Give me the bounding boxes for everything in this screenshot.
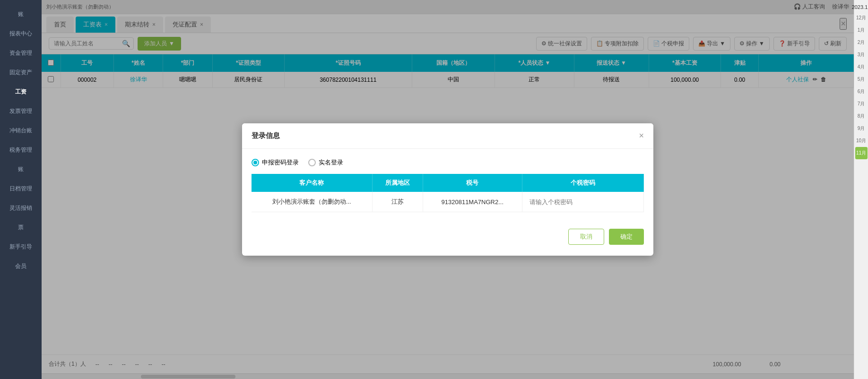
month-10[interactable]: 10月 bbox=[855, 135, 868, 147]
sidebar-item-fixed-assets[interactable]: 固定资产 bbox=[0, 63, 42, 82]
login-type-radio-group: 申报密码登录 实名登录 bbox=[252, 158, 644, 167]
radio-password-login[interactable]: 申报密码登录 bbox=[252, 158, 299, 167]
sidebar-item-invoice[interactable]: 发票管理 bbox=[0, 102, 42, 121]
sidebar: 账 报表中心 资金管理 固定资产 工资 发票管理 冲销台账 税务管理 账 日档管… bbox=[0, 0, 42, 379]
dialog-cell-client: 刘小艳演示账套（勿删勿动... bbox=[252, 192, 372, 212]
sidebar-item-guide[interactable]: 新手引导 bbox=[0, 237, 42, 257]
login-dialog: 登录信息 × 申报密码登录 实名登录 客户名称 所属地区 bbox=[242, 123, 653, 256]
sidebar-item-writeoff[interactable]: 冲销台账 bbox=[0, 121, 42, 140]
month-5[interactable]: 5月 bbox=[855, 73, 868, 86]
sidebar-item-tax[interactable]: 税务管理 bbox=[0, 140, 42, 160]
dialog-footer: 取消 确定 bbox=[242, 222, 653, 252]
dialog-col-region: 所属地区 bbox=[372, 174, 423, 192]
sidebar-item-report-center[interactable]: 报表中心 bbox=[0, 24, 42, 43]
dialog-cell-password bbox=[522, 192, 643, 212]
radio-realname-login[interactable]: 实名登录 bbox=[308, 158, 343, 167]
cancel-button[interactable]: 取消 bbox=[568, 229, 604, 245]
sidebar-item-fund-mgmt[interactable]: 资金管理 bbox=[0, 43, 42, 63]
tax-password-input[interactable] bbox=[529, 198, 636, 206]
dialog-body: 申报密码登录 实名登录 客户名称 所属地区 税号 个税密码 bbox=[242, 149, 653, 222]
dialog-close-button[interactable]: × bbox=[639, 131, 644, 141]
dialog-overlay: 登录信息 × 申报密码登录 实名登录 客户名称 所属地区 bbox=[42, 0, 854, 379]
month-12[interactable]: 12月 bbox=[855, 12, 868, 24]
dialog-title: 登录信息 bbox=[252, 131, 280, 140]
sidebar-item-accounting[interactable]: 账 bbox=[0, 5, 42, 24]
month-9[interactable]: 9月 bbox=[855, 122, 868, 135]
radio-realname-circle bbox=[308, 159, 316, 166]
month-4[interactable]: 4月 bbox=[855, 61, 868, 73]
radio-password-circle bbox=[252, 159, 259, 166]
login-info-table: 客户名称 所属地区 税号 个税密码 刘小艳演示账套（勿删勿动... 江苏 913… bbox=[252, 174, 644, 212]
month-11[interactable]: 11月 bbox=[855, 147, 868, 159]
sidebar-item-salary[interactable]: 工资 bbox=[0, 82, 42, 102]
sidebar-item-expense[interactable]: 灵活报销 bbox=[0, 198, 42, 218]
dialog-col-password: 个税密码 bbox=[522, 174, 643, 192]
month-6[interactable]: 6月 bbox=[855, 86, 868, 98]
month-3[interactable]: 3月 bbox=[855, 49, 868, 61]
month-7[interactable]: 7月 bbox=[855, 98, 868, 110]
dialog-table-row: 刘小艳演示账套（勿删勿动... 江苏 91320811MA7NGR2... bbox=[252, 192, 644, 212]
sidebar-item-member[interactable]: 会员 bbox=[0, 257, 42, 276]
dialog-col-client: 客户名称 bbox=[252, 174, 372, 192]
month-2[interactable]: 2月 bbox=[855, 36, 868, 49]
month-1[interactable]: 1月 bbox=[855, 24, 868, 36]
sidebar-item-ticket[interactable]: 票 bbox=[0, 218, 42, 237]
month-8[interactable]: 8月 bbox=[855, 110, 868, 122]
sidebar-item-accounts[interactable]: 账 bbox=[0, 160, 42, 179]
dialog-cell-taxnum: 91320811MA7NGR2... bbox=[423, 192, 522, 212]
sidebar-item-file[interactable]: 日档管理 bbox=[0, 179, 42, 198]
right-panel: 2023.11 12月 1月 2月 3月 4月 5月 6月 7月 8月 9月 1… bbox=[854, 0, 868, 379]
dialog-header: 登录信息 × bbox=[242, 123, 653, 149]
dialog-cell-region: 江苏 bbox=[372, 192, 423, 212]
dialog-col-taxnum: 税号 bbox=[423, 174, 522, 192]
confirm-button[interactable]: 确定 bbox=[609, 229, 644, 245]
